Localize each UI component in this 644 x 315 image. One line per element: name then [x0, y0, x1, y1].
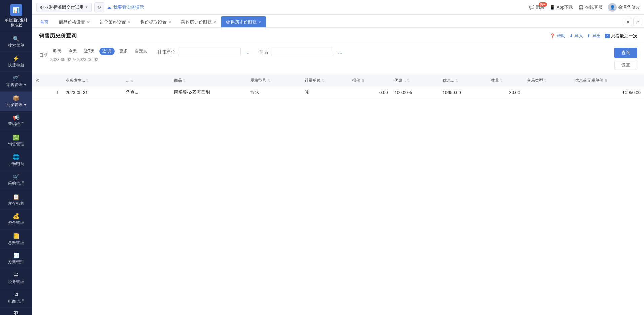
- nav-icon-invoice: 🧾: [13, 252, 20, 259]
- sidebar-item-retail[interactable]: 🛒 零售管理 ▾: [0, 72, 32, 92]
- date-option-more[interactable]: 更多: [117, 48, 130, 55]
- tab-product-price[interactable]: 商品价格设置 ×: [54, 16, 95, 27]
- nav-icon-inventory: 📋: [13, 194, 20, 200]
- col-header-spec[interactable]: 规格型号 ⇅: [247, 75, 301, 86]
- tab-label-product-price: 商品价格设置: [59, 19, 85, 25]
- date-filter-field: 日期 昨天今天近7天近1月更多自定义 2023-05-02 至 2023-06-…: [39, 48, 150, 63]
- topbar-app-download-btn[interactable]: 📱 App下载: [550, 4, 573, 10]
- nav-label-inventory: 库存核算: [8, 201, 24, 206]
- page-header-actions: ❓ 帮助 ⬇ 导入 ⬆ 导出 ✓ 只看最后一次: [550, 33, 637, 39]
- supplier-dots-button[interactable]: ...: [243, 48, 251, 56]
- sort-icon-unit: ⇅: [322, 79, 325, 82]
- supplier-input[interactable]: [178, 48, 241, 56]
- cell-num-0: 1: [52, 86, 62, 98]
- tab-close-sales-history[interactable]: ×: [259, 20, 261, 25]
- tabbar: 首页 商品价格设置 × 进价策略设置 × 售价提取设置 × 采购历史价跟踪 × …: [32, 15, 644, 28]
- tab-home[interactable]: 首页: [35, 16, 54, 27]
- sidebar-item-sales[interactable]: 💹 销售管理: [0, 131, 32, 151]
- only-last-checkbox[interactable]: ✓ 只看最后一次: [605, 33, 637, 39]
- sidebar-item-ecommerce-small[interactable]: 🌐 小畅电商: [0, 150, 32, 170]
- sidebar-item-finance[interactable]: 💰 资金管理: [0, 210, 32, 230]
- topbar-user-btn[interactable]: 👤 徐泽华修改: [608, 3, 640, 12]
- demo-icon: ☁: [107, 5, 111, 10]
- tab-close-price-extract[interactable]: ×: [169, 20, 171, 25]
- nav-label-ecommerce-small: 小畅电商: [8, 161, 24, 167]
- topbar: 好业财标准版交付试用 ▾ ⚙ ☁ 我要看实例演示 💬 消息 99+ 📱 App下…: [32, 0, 644, 15]
- product-input[interactable]: [271, 48, 333, 56]
- col-header-type[interactable]: 交易类型 ⇅: [524, 75, 572, 86]
- topbar-online-service-btn[interactable]: 🎧 在线客服: [578, 4, 603, 10]
- help-icon: ❓: [550, 33, 555, 38]
- import-button[interactable]: ⬇ 导入: [569, 33, 583, 39]
- topbar-selector[interactable]: 好业财标准版交付试用 ▾: [36, 3, 92, 12]
- help-button[interactable]: ❓ 帮助: [550, 33, 565, 39]
- nav-label-purchase: 采购管理: [8, 181, 24, 186]
- tab-close-purchase-strategy[interactable]: ×: [128, 20, 130, 25]
- col-label-pretax: 优惠前无税单价: [575, 78, 603, 83]
- nav-icon-search: 🔍: [13, 36, 20, 42]
- sidebar: 📊 畅捷通好业财 标准版 🔍 搜索菜单 ⚡ 快捷导航 🛒 零售管理 ▾ 📦 批发…: [0, 0, 32, 315]
- cell-discount1-0: 100.00%: [391, 86, 439, 98]
- page-content: 销售历史价查询 ❓ 帮助 ⬇ 导入 ⬆ 导出 ✓ 只看最后一次: [32, 28, 644, 315]
- tab-close-purchase-history[interactable]: ×: [214, 20, 216, 25]
- sidebar-item-search[interactable]: 🔍 搜索菜单: [0, 32, 32, 52]
- product-dots-button[interactable]: ...: [336, 48, 344, 56]
- col-header-price[interactable]: 报价 ⇅: [349, 75, 391, 86]
- nav-icon-sales: 💹: [13, 134, 20, 141]
- maximize-tab-button[interactable]: ⤢: [633, 18, 641, 26]
- table-settings-icon[interactable]: ⚙: [36, 78, 40, 83]
- sidebar-item-purchase[interactable]: 🛒 采购管理: [0, 170, 32, 190]
- date-option-last1m[interactable]: 近1月: [99, 48, 115, 55]
- col-header-discount1[interactable]: 优惠... ⇅: [391, 75, 439, 86]
- nav-icon-fixed-assets: 🏗: [13, 311, 19, 315]
- date-option-yesterday[interactable]: 昨天: [50, 48, 64, 55]
- sidebar-item-fixed-assets[interactable]: 🏗 固定资产: [0, 308, 32, 315]
- user-name: 徐泽华修改: [618, 4, 640, 10]
- col-header-discount2[interactable]: 优惠... ⇅: [439, 75, 488, 86]
- sort-icon-discount2: ⇅: [455, 79, 458, 82]
- cell-qty-0: 30.00: [488, 86, 524, 98]
- import-icon: ⬇: [569, 33, 573, 38]
- date-option-custom[interactable]: 自定义: [132, 48, 150, 55]
- settings-button[interactable]: 设置: [614, 60, 637, 70]
- tab-price-extract[interactable]: 售价提取设置 ×: [135, 16, 176, 27]
- tab-purchase-history[interactable]: 采购历史价跟踪 ×: [176, 16, 221, 27]
- topbar-message-btn[interactable]: 💬 消息 99+: [529, 4, 544, 10]
- sidebar-item-wholesale[interactable]: 📦 批发管理 ▾: [0, 92, 32, 111]
- tab-close-product-price[interactable]: ×: [87, 20, 90, 25]
- topbar-settings-button[interactable]: ⚙: [94, 2, 104, 12]
- sidebar-item-marketing[interactable]: 📢 营销推广: [0, 111, 32, 131]
- cell-spec-0: 散水: [247, 86, 301, 98]
- sidebar-item-inventory[interactable]: 📋 库存核算: [0, 190, 32, 210]
- sidebar-item-quick-nav[interactable]: ⚡ 快捷导航: [0, 52, 32, 72]
- col-header-pretax[interactable]: 优惠前无税单价 ⇅: [572, 75, 644, 86]
- nav-label-marketing: 营销推广: [8, 122, 24, 127]
- topbar-demo-link[interactable]: ☁ 我要看实例演示: [107, 4, 144, 10]
- date-options-row: 昨天今天近7天近1月更多自定义: [50, 48, 150, 55]
- tab-sales-history[interactable]: 销售历史价跟踪 ×: [221, 16, 266, 27]
- query-button[interactable]: 查询: [614, 48, 637, 58]
- sort-icon-qty: ⇅: [500, 79, 503, 82]
- sidebar-item-invoice[interactable]: 🧾 发票管理: [0, 249, 32, 269]
- date-option-today[interactable]: 今天: [66, 48, 79, 55]
- nav-icon-purchase: 🛒: [13, 174, 20, 180]
- col-header-dots[interactable]: ... ⇅: [122, 75, 171, 86]
- tab-label-sales-history: 销售历史价跟踪: [226, 19, 257, 25]
- app-download-label: App下载: [557, 4, 573, 10]
- table-container: ⚙业务发生... ⇅... ⇅商品 ⇅规格型号 ⇅计量单位 ⇅报价 ⇅优惠...…: [32, 75, 644, 98]
- col-header-unit[interactable]: 计量单位 ⇅: [301, 75, 349, 86]
- nav-icon-retail: 🛒: [13, 75, 20, 81]
- col-header-qty[interactable]: 数量 ⇅: [488, 75, 524, 86]
- tab-purchase-strategy[interactable]: 进价策略设置 ×: [95, 16, 135, 27]
- sidebar-item-tax[interactable]: 🏛 税务管理: [0, 269, 32, 288]
- col-header-product[interactable]: 商品 ⇅: [171, 75, 247, 86]
- chevron-down-icon: ▾: [86, 5, 88, 9]
- col-header-date[interactable]: 业务发生... ⇅: [62, 75, 122, 86]
- date-option-last7[interactable]: 近7天: [81, 48, 97, 55]
- sidebar-item-ledger[interactable]: 📒 总账管理: [0, 230, 32, 249]
- col-header-settings: ⚙: [32, 75, 52, 86]
- sidebar-item-ecommerce[interactable]: 🖥 电商管理: [0, 288, 32, 308]
- export-button[interactable]: ⬆ 导出: [587, 33, 601, 39]
- close-tab-button[interactable]: ✕: [624, 18, 632, 26]
- nav-label-invoice: 发票管理: [8, 260, 24, 265]
